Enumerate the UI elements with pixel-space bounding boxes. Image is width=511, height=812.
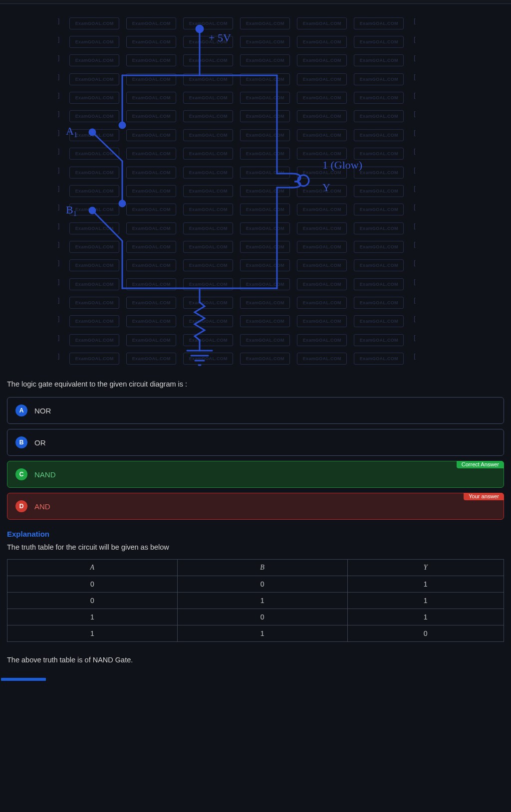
option-letter: A bbox=[15, 405, 27, 416]
circuit-svg bbox=[5, 4, 434, 373]
switch-a-label: A1 bbox=[66, 125, 77, 139]
truth-table: ABY001011101110 bbox=[7, 559, 504, 642]
top-tab-bar bbox=[0, 0, 511, 4]
table-cell: 1 bbox=[347, 576, 504, 593]
output-glow-label: 1 (Glow) bbox=[322, 159, 362, 172]
table-row: 001 bbox=[7, 576, 504, 593]
table-row: 011 bbox=[7, 593, 504, 609]
options-list: ANORBORCNANDCorrect AnswerDANDYour answe… bbox=[0, 397, 511, 520]
svg-point-4 bbox=[119, 122, 125, 128]
option-label: OR bbox=[34, 438, 46, 447]
table-cell: 0 bbox=[177, 576, 347, 593]
option-label: NAND bbox=[34, 470, 56, 479]
your-answer-badge: Your answer bbox=[464, 493, 504, 500]
table-row: 110 bbox=[7, 625, 504, 642]
table-header: B bbox=[177, 560, 347, 576]
table-cell: 0 bbox=[7, 593, 178, 609]
bottom-accent-bar bbox=[1, 678, 46, 681]
svg-line-10 bbox=[92, 210, 122, 241]
table-cell: 1 bbox=[347, 593, 504, 609]
option-a[interactable]: ANOR bbox=[7, 397, 504, 424]
table-cell: 0 bbox=[7, 576, 178, 593]
option-label: NOR bbox=[34, 406, 51, 415]
explanation-intro: The truth table for the circuit will be … bbox=[0, 543, 511, 551]
svg-line-6 bbox=[92, 132, 122, 161]
option-letter: C bbox=[15, 468, 27, 480]
table-cell: 1 bbox=[7, 609, 178, 625]
table-cell: 0 bbox=[177, 609, 347, 625]
table-header: A bbox=[7, 560, 178, 576]
question-text: The logic gate equivalent to the given c… bbox=[0, 380, 511, 388]
option-c[interactable]: CNANDCorrect Answer bbox=[7, 461, 504, 488]
option-d[interactable]: DANDYour answer bbox=[7, 493, 504, 520]
table-cell: 1 bbox=[347, 609, 504, 625]
circuit-diagram: ]ExamGOAL.COMExamGOAL.COMExamGOAL.COMExa… bbox=[5, 4, 434, 373]
voltage-label: + 5V bbox=[209, 31, 231, 44]
option-letter: D bbox=[15, 500, 27, 512]
table-cell: 1 bbox=[177, 625, 347, 642]
option-letter: B bbox=[15, 436, 27, 448]
switch-b-label: B1 bbox=[66, 203, 77, 218]
table-cell: 1 bbox=[7, 625, 178, 642]
option-label: AND bbox=[34, 502, 50, 511]
table-cell: 0 bbox=[347, 625, 504, 642]
table-header: Y bbox=[347, 560, 504, 576]
table-row: 101 bbox=[7, 609, 504, 625]
output-y-label: Y bbox=[322, 181, 330, 194]
correct-answer-badge: Correct Answer bbox=[457, 461, 504, 468]
option-b[interactable]: BOR bbox=[7, 429, 504, 456]
explanation-conclusion: The above truth table is of NAND Gate. bbox=[0, 656, 511, 664]
explanation-heading: Explanation bbox=[0, 530, 511, 538]
svg-point-8 bbox=[119, 201, 125, 206]
table-cell: 1 bbox=[177, 593, 347, 609]
